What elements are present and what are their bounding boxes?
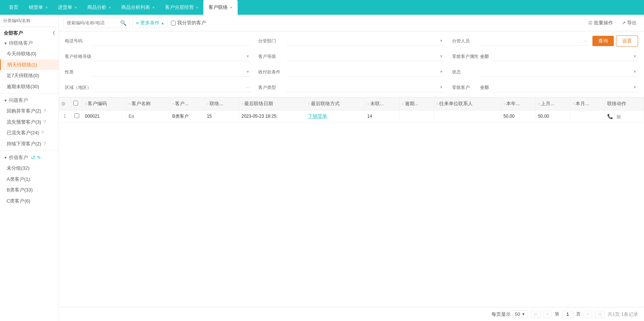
- main-search-icon[interactable]: 🔍: [120, 20, 126, 26]
- filter-retail-attr-select[interactable]: ▼: [491, 52, 638, 61]
- customer-grade-arrow: ▼: [440, 54, 443, 58]
- nav-customer-tier[interactable]: 客户分层经营 ×: [160, 0, 203, 15]
- divider-2: [0, 151, 59, 151]
- filter-customer-type-select[interactable]: ▼: [286, 83, 444, 92]
- table-settings-icon[interactable]: ⚙: [61, 101, 66, 107]
- next-page-button[interactable]: >: [584, 311, 592, 318]
- filter-price-grade-label: 客户价格等级: [65, 54, 93, 60]
- collapse-icon[interactable]: 《: [50, 30, 55, 37]
- row-num: 1: [59, 110, 71, 122]
- filter-customer-grade-row: 客户等级 ▼: [258, 51, 444, 62]
- my-customers-checkbox[interactable]: [171, 21, 176, 25]
- sidebar-search-input[interactable]: [3, 18, 58, 23]
- sidebar-item-class-c[interactable]: C类客户(6): [0, 196, 59, 207]
- filter-status-row: 状态 ▼: [452, 66, 638, 78]
- sidebar-item-repurchase-abnormal[interactable]: 回购异常客户(2) ?: [0, 106, 59, 117]
- my-customers-checkbox-label[interactable]: 我分管的客户: [171, 20, 206, 26]
- col-uncontacted: ≡未联...: [365, 97, 399, 110]
- phone-action-icon[interactable]: 📞: [607, 114, 613, 119]
- row-type: B类客户: [170, 110, 204, 122]
- edit-icon[interactable]: ✎: [37, 155, 41, 160]
- filter-dept-select[interactable]: ▼: [286, 36, 444, 46]
- group-value-customers[interactable]: ▼ 价值客户 ↺ ✎: [0, 152, 59, 163]
- filter-price-grade-select[interactable]: ▼: [93, 52, 251, 61]
- last-method-link[interactable]: 下销货单: [308, 113, 327, 119]
- filter-manager-select[interactable]: ···: [480, 36, 589, 46]
- sidebar-item-ungrouped[interactable]: 未分组(32): [0, 163, 59, 174]
- main-search-input[interactable]: [67, 20, 119, 25]
- sidebar-item-today-contact[interactable]: 今天待联络(0): [0, 48, 59, 59]
- filter-manager-row: 分管人员 ··· 查询 设置: [452, 35, 638, 47]
- sidebar-item-class-a[interactable]: A类客户(1): [0, 174, 59, 185]
- nav-close-purchase[interactable]: ×: [74, 0, 77, 15]
- nav-purchase-order[interactable]: 进货单 ×: [53, 0, 82, 15]
- filter-customer-type-label: 客户类型: [258, 84, 286, 91]
- nav-close-customer-contact[interactable]: ×: [230, 0, 232, 15]
- group-pending-contact[interactable]: ▼ 待联络客户: [0, 38, 59, 48]
- sidebar-item-churn-warning[interactable]: 流失预警客户(3) ?: [0, 117, 59, 128]
- filter-chevron: ▲: [161, 21, 165, 25]
- row-checkbox[interactable]: [74, 113, 79, 118]
- retail-customer-prefix: 全部: [480, 84, 489, 91]
- export-icon: ↗: [622, 20, 626, 25]
- filter-retail-attr-row: 零散客户属性 全部 ▼: [452, 51, 638, 62]
- nav-close-sales[interactable]: ×: [45, 0, 48, 15]
- sidebar-item-overdue-contact[interactable]: 逾期未联络(30): [0, 81, 59, 92]
- page-size-arrow: ▼: [522, 312, 525, 316]
- page-number-input[interactable]: [562, 311, 573, 318]
- col-contact: ≡联络...: [204, 97, 239, 110]
- nav-close-customer-tier[interactable]: ×: [196, 0, 198, 15]
- more-filters-button[interactable]: ≡ 更多条件 ▲: [133, 18, 168, 28]
- filter-region-select[interactable]: ···: [93, 83, 251, 92]
- sidebar-item-class-b[interactable]: B类客户(33): [0, 184, 59, 196]
- group-arrow-3: ▼: [4, 156, 7, 160]
- nav-home[interactable]: 首页: [4, 0, 24, 15]
- col-year-amt: ≡本年...: [501, 97, 536, 110]
- sidebar-item-churned[interactable]: 已流失客户(24) ?: [0, 127, 59, 138]
- filter-manager-label: 分管人员: [452, 38, 480, 44]
- select-all-checkbox[interactable]: [73, 101, 78, 106]
- sidebar-item-declining[interactable]: 持续下滑客户(2) ?: [0, 138, 59, 149]
- table-row: 1 000021 Ea B类客户 15 2023-05-23 18:25: 下销…: [59, 110, 644, 122]
- page-size-dropdown[interactable]: 50 ▼: [512, 310, 528, 318]
- settings-button[interactable]: 设置: [616, 35, 638, 46]
- query-button[interactable]: 查询: [592, 36, 614, 46]
- nav-sales-order[interactable]: 销货单 ×: [24, 0, 53, 15]
- refresh-icon[interactable]: ↺: [31, 155, 35, 160]
- filter-retail-customer-row: 零散客户 全部 ▼: [452, 82, 638, 93]
- filter-phone-row: 电话号码: [65, 35, 251, 47]
- row-last-method: 下销货单: [306, 110, 365, 122]
- help-icon-2: ?: [43, 119, 46, 125]
- filter-dept-label: 分管部门: [258, 38, 286, 44]
- nav-product-analysis[interactable]: 商品分析 ×: [82, 0, 116, 15]
- filter-panel: 电话号码 分管部门 ▼ 分管人员 ··· 查询: [59, 31, 644, 97]
- sidebar-item-tomorrow-contact[interactable]: 明天待联络(1): [0, 59, 59, 70]
- col-action: 联络动作: [605, 97, 644, 110]
- nav-product-analysis-list[interactable]: 商品分析列表 ×: [116, 0, 160, 15]
- group-problem-customers[interactable]: ▼ 问题客户: [0, 95, 59, 106]
- filter-phone-input[interactable]: [93, 36, 251, 46]
- filter-phone-label: 电话号码: [65, 38, 93, 44]
- qr-action-icon[interactable]: ▦: [616, 114, 621, 119]
- row-contact: 15: [204, 110, 239, 122]
- filter-payment-select[interactable]: ▼: [286, 67, 444, 77]
- sidebar-item-7days-contact[interactable]: 近7天待联络(0): [0, 70, 59, 81]
- nav-customer-contact[interactable]: 客户联络 ×: [203, 0, 237, 15]
- export-button[interactable]: ↗ 导出: [619, 18, 640, 28]
- content-area: 🔍 ≡ 更多条件 ▲ 我分管的客户 ☑ 批量操作 ↗ 导出: [59, 15, 644, 321]
- filter-retail-customer-select[interactable]: ▼: [491, 83, 638, 92]
- region-ellipsis: ···: [246, 85, 249, 90]
- filter-status-select[interactable]: ▼: [480, 67, 638, 77]
- top-navigation: 首页 销货单 × 进货单 × 商品分析 × 商品分析列表 × 客户分层经营 × …: [0, 0, 644, 15]
- filter-customer-grade-select[interactable]: ▼: [286, 52, 444, 61]
- nav-close-product-analysis[interactable]: ×: [109, 0, 111, 15]
- col-last-date: ≡最后联络日期: [239, 97, 306, 110]
- batch-operations-button[interactable]: ☑ 批量操作: [585, 18, 616, 28]
- nav-close-product-analysis-list[interactable]: ×: [152, 0, 154, 15]
- last-page-button[interactable]: >|: [595, 311, 605, 318]
- filter-price-grade-row: 客户价格等级 ▼: [65, 51, 251, 62]
- prev-page-button[interactable]: <: [543, 311, 552, 318]
- row-last-month-amt: 50.00: [536, 110, 570, 122]
- first-page-button[interactable]: |<: [531, 311, 540, 318]
- filter-nature-select[interactable]: ▼: [93, 67, 251, 77]
